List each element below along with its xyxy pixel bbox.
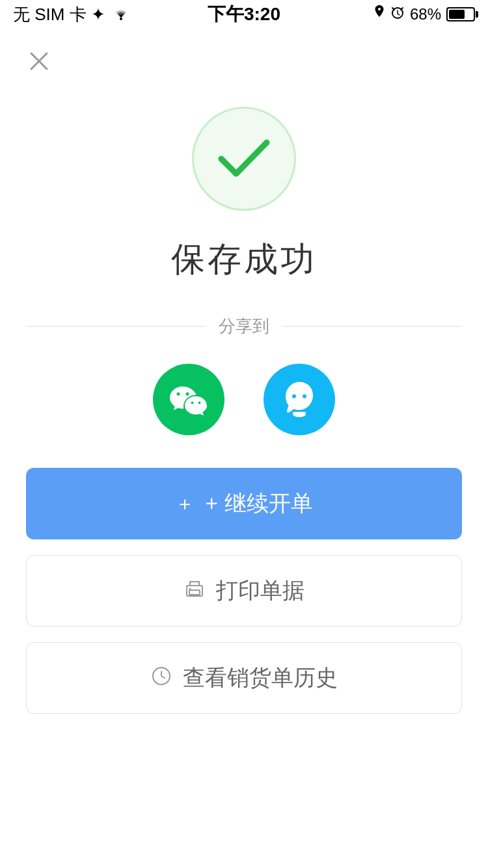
status-right: 68%: [373, 5, 475, 23]
print-label: 打印单据: [216, 576, 305, 606]
share-icons: [26, 364, 462, 435]
qq-share-button[interactable]: [264, 364, 335, 435]
print-button[interactable]: 打印单据: [26, 555, 462, 627]
location-icon: [373, 5, 385, 23]
history-button[interactable]: 查看销货单历史: [26, 642, 462, 714]
signal-text: 无 SIM 卡 ✦: [13, 3, 105, 26]
alarm-icon: [390, 5, 405, 23]
checkmark-icon: [218, 139, 270, 178]
share-section: 分享到: [26, 315, 462, 435]
status-time: 下午3:20: [208, 2, 280, 27]
wechat-share-button[interactable]: [153, 364, 224, 435]
history-label: 查看销货单历史: [183, 663, 338, 693]
battery-percent: 68%: [410, 5, 441, 23]
success-title: 保存成功: [171, 237, 317, 282]
continue-label: + 继续开单: [205, 489, 312, 519]
svg-point-0: [120, 18, 122, 20]
svg-rect-6: [189, 590, 200, 595]
close-button[interactable]: [20, 42, 59, 81]
share-label: 分享到: [219, 315, 269, 338]
share-divider: 分享到: [26, 315, 462, 338]
print-icon: [183, 578, 206, 604]
main-content: 保存成功 分享到: [0, 94, 488, 868]
history-icon: [150, 665, 172, 692]
battery-icon: [446, 7, 475, 21]
wechat-icon: [169, 383, 209, 416]
action-buttons: ＋ + 继续开单 打印单据 查看销货单历: [26, 468, 462, 714]
wifi-icon: [112, 5, 130, 25]
plus-icon: ＋: [175, 491, 195, 517]
status-bar: 无 SIM 卡 ✦ 下午3:20 68%: [0, 0, 488, 29]
success-icon-container: [192, 107, 296, 211]
status-left: 无 SIM 卡 ✦: [13, 3, 130, 26]
svg-point-7: [189, 588, 191, 590]
continue-button[interactable]: ＋ + 继续开单: [26, 468, 462, 539]
qq-icon: [279, 379, 319, 420]
